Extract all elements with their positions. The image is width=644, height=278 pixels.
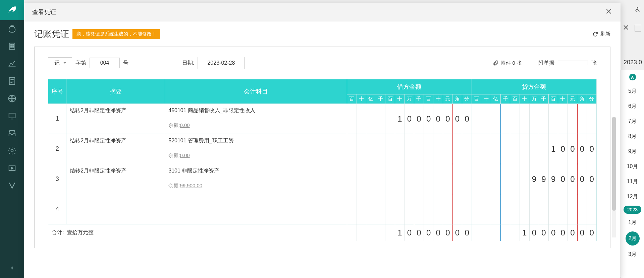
system-generated-warning: 亲，该凭证是系统生成的，不能修改！ xyxy=(72,29,160,39)
month-item[interactable]: 3月 xyxy=(621,247,644,262)
nav-globe[interactable] xyxy=(0,90,24,107)
month-item[interactable]: 12月 xyxy=(621,189,644,204)
month-item[interactable]: 11月 xyxy=(621,174,644,189)
nav-receipt[interactable] xyxy=(0,72,24,90)
amount-cell[interactable] xyxy=(347,194,472,224)
th-summary: 摘要 xyxy=(66,79,165,104)
month-item[interactable]: 1月 xyxy=(621,215,644,230)
nav-video[interactable] xyxy=(0,159,24,177)
meta-row: 记 字第 004 号 日期: 2023-02-28 附件 0 张 附单据 xyxy=(48,57,597,69)
month-item[interactable]: 9月 xyxy=(621,144,644,159)
cell-seq: 1 xyxy=(48,104,66,134)
th-unit: 千 xyxy=(539,94,549,104)
nav-building[interactable] xyxy=(0,38,24,55)
feather-icon xyxy=(7,5,17,15)
voucher-number-input[interactable]: 004 xyxy=(90,58,120,68)
cell-summary[interactable]: 结转2月非限定性净资产 xyxy=(66,134,165,164)
chart-icon xyxy=(7,59,17,68)
close-tab-icon[interactable] xyxy=(622,23,630,32)
scroll-top-button[interactable] xyxy=(621,70,644,84)
th-unit: 千 xyxy=(500,94,510,104)
th-unit: 万 xyxy=(529,94,539,104)
date-input[interactable]: 2023-02-28 xyxy=(198,57,245,69)
month-item[interactable]: 8月 xyxy=(621,129,644,144)
nav-v[interactable] xyxy=(0,177,24,194)
amount-cell[interactable]: 10000000 xyxy=(347,224,472,241)
chevron-down-icon xyxy=(62,61,67,65)
th-unit: 亿 xyxy=(491,94,501,104)
table-row: 2结转2月非限定性净资产520101 管理费用_职工工资余额:0.0010000 xyxy=(48,134,597,164)
left-sidebar xyxy=(0,0,24,278)
th-unit: 千 xyxy=(376,94,385,104)
app-logo[interactable] xyxy=(0,0,24,20)
month-item[interactable]: 5月 xyxy=(621,84,644,99)
modal-body: 记账凭证 亲，该凭证是系统生成的，不能修改！ 刷新 记 字第 004 号 xyxy=(24,21,621,278)
attachment-link[interactable]: 附件 0 张 xyxy=(493,60,522,66)
video-icon xyxy=(7,163,17,173)
svg-rect-3 xyxy=(10,46,12,48)
v-icon xyxy=(7,181,17,190)
th-seq: 序号 xyxy=(48,79,66,104)
th-unit: 百 xyxy=(385,94,395,104)
scrollbar-track[interactable] xyxy=(612,117,616,237)
cell-summary[interactable]: 结转2月非限定性净资产 xyxy=(66,104,165,134)
th-unit: 百 xyxy=(510,94,520,104)
month-item[interactable]: 6月 xyxy=(621,99,644,114)
amount-cell[interactable] xyxy=(347,134,472,164)
collapse-sidebar[interactable] xyxy=(0,261,24,275)
globe-icon xyxy=(7,94,17,103)
amount-cell[interactable]: 10000 xyxy=(472,134,596,164)
amount-cell[interactable]: 10000000 xyxy=(347,104,472,134)
voucher-type-select[interactable]: 记 xyxy=(48,57,72,69)
nav-money[interactable] xyxy=(0,20,24,38)
refresh-label: 刷新 xyxy=(600,31,610,37)
amount-cell[interactable] xyxy=(472,194,596,224)
scrollbar-thumb[interactable] xyxy=(612,117,616,211)
cell-summary[interactable]: 结转2月非限定性净资产 xyxy=(66,164,165,194)
new-tab-icon[interactable] xyxy=(635,25,641,31)
amount-cell[interactable]: 9990000 xyxy=(472,164,596,194)
partial-text: 友 xyxy=(635,6,641,13)
svg-point-10 xyxy=(629,74,636,80)
close-button[interactable] xyxy=(605,8,612,16)
cell-seq: 4 xyxy=(48,194,66,224)
refresh-button[interactable]: 刷新 xyxy=(592,31,610,37)
total-row: 合计: 壹拾万元整1000000010000000 xyxy=(48,224,597,241)
voucher-type-value: 记 xyxy=(54,60,60,67)
th-unit: 百 xyxy=(347,94,357,104)
year-badge[interactable]: 2023 xyxy=(624,206,641,214)
svg-point-8 xyxy=(11,150,13,152)
cell-subject[interactable]: 450101 商品销售收入_非限定性收入余额:0.00 xyxy=(165,104,347,134)
attach2-input[interactable] xyxy=(558,61,588,65)
nav-settings[interactable] xyxy=(0,142,24,159)
gear-icon xyxy=(7,146,17,155)
top-remnant: 友 xyxy=(632,0,644,19)
attachment-label: 附件 0 张 xyxy=(501,60,522,66)
cell-subject[interactable]: 3101 非限定性净资产余额:99,900.00 xyxy=(165,164,347,194)
cell-seq: 3 xyxy=(48,164,66,194)
receipt-icon xyxy=(7,76,17,86)
th-unit: 角 xyxy=(577,94,587,104)
attach2-label: 附单据 xyxy=(538,60,554,67)
th-debit: 借方金额 xyxy=(347,79,472,94)
amount-cell[interactable]: 10000000 xyxy=(472,224,596,241)
nav-inbox[interactable] xyxy=(0,125,24,142)
th-unit: 千 xyxy=(414,94,424,104)
cell-summary[interactable] xyxy=(66,194,165,224)
month-item[interactable]: 2月 xyxy=(626,231,640,246)
cell-subject[interactable] xyxy=(165,194,347,224)
zidi-label: 字第 xyxy=(75,60,86,67)
modal-title: 查看凭证 xyxy=(32,8,56,16)
amount-cell[interactable] xyxy=(472,104,596,134)
nav-device[interactable] xyxy=(0,107,24,125)
amount-cell[interactable] xyxy=(347,164,472,194)
cell-subject[interactable]: 520101 管理费用_职工工资余额:0.00 xyxy=(165,134,347,164)
month-item[interactable]: 7月 xyxy=(621,114,644,129)
month-item[interactable]: 10月 xyxy=(621,159,644,174)
tab-row-remnant xyxy=(617,23,644,32)
th-unit: 十 xyxy=(357,94,366,104)
nav-chart[interactable] xyxy=(0,55,24,72)
close-icon xyxy=(605,8,612,15)
table-row: 3结转2月非限定性净资产3101 非限定性净资产余额:99,900.009990… xyxy=(48,164,597,194)
th-unit: 十 xyxy=(395,94,405,104)
